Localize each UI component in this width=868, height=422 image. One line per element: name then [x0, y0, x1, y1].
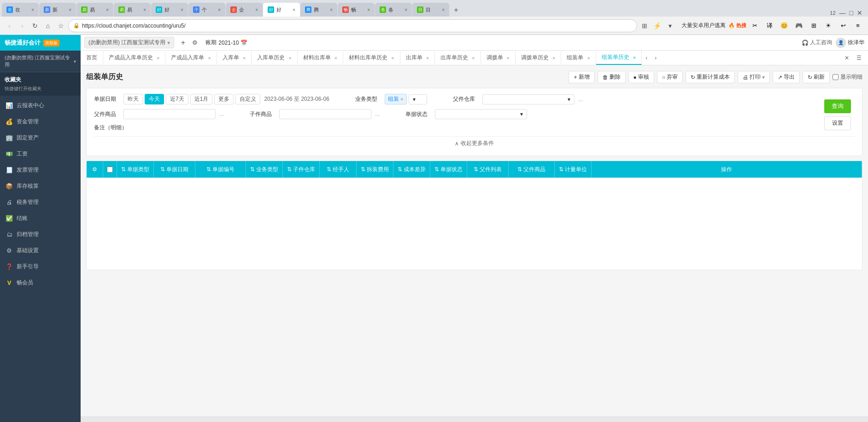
- child-goods-input[interactable]: [279, 109, 371, 119]
- tab-mat-out-close[interactable]: ×: [334, 55, 337, 61]
- abandon-button[interactable]: ○ 弃审: [657, 71, 683, 83]
- th-settings[interactable]: ⚙: [87, 161, 103, 178]
- tab-assemble-close[interactable]: ×: [507, 55, 510, 61]
- tab-assemble[interactable]: 调拨单 ×: [481, 51, 516, 64]
- tab-assemble-history[interactable]: 调拨单历史 ×: [516, 51, 561, 64]
- th-bill-date[interactable]: ⇅ 单据日期: [154, 161, 195, 178]
- date-more[interactable]: 更多: [214, 94, 234, 104]
- hot-search-badge[interactable]: 🔥 热搜: [728, 22, 746, 29]
- tab-close-5[interactable]: ×: [181, 7, 183, 12]
- sidebar-item-finance[interactable]: 💰 资金管理: [0, 114, 81, 130]
- add-button[interactable]: + 新增: [569, 71, 594, 83]
- brightness-tool[interactable]: ☀: [822, 19, 835, 32]
- scissors-tool[interactable]: ✂: [748, 19, 761, 32]
- parent-goods-input[interactable]: [123, 109, 216, 119]
- tab-12[interactable]: 目 目 ×: [412, 3, 449, 17]
- th-handler[interactable]: ⇅ 经手人: [320, 161, 357, 178]
- parent-warehouse-dropdown[interactable]: ▾: [482, 94, 575, 104]
- emoji-tool[interactable]: 😊: [778, 19, 791, 32]
- th-bill-no[interactable]: ⇅ 单据编号: [195, 161, 246, 178]
- sidebar-item-archive[interactable]: 🗂 归档管理: [0, 226, 81, 243]
- th-child-warehouse[interactable]: ⇅ 子件仓库: [283, 161, 320, 178]
- th-biz-type[interactable]: ⇅ 业务类型: [246, 161, 283, 178]
- bookmark-button[interactable]: ☆: [55, 20, 66, 31]
- tab-close-4[interactable]: ×: [143, 7, 146, 12]
- audit-button[interactable]: ● 审核: [628, 71, 654, 83]
- tab-9[interactable]: 腾 腾 ×: [300, 3, 337, 17]
- tab-out-history[interactable]: 出库单历史 ×: [435, 51, 481, 64]
- new-tab-button[interactable]: +: [450, 4, 463, 17]
- tab-out-order-close[interactable]: ×: [426, 55, 429, 61]
- tab-in-order[interactable]: 入库单 ×: [217, 51, 252, 64]
- child-goods-more[interactable]: ...: [375, 111, 380, 117]
- qr-button[interactable]: ⊞: [639, 20, 650, 31]
- parent-goods-more[interactable]: ...: [219, 111, 224, 117]
- add-company-button[interactable]: +: [178, 38, 188, 48]
- tab-in-history[interactable]: 入库单历史 ×: [252, 51, 297, 64]
- settings-toolbar-button[interactable]: ⚙: [190, 38, 200, 48]
- tab-close-11[interactable]: ×: [405, 7, 407, 12]
- dropdown-button[interactable]: ▾: [665, 20, 676, 31]
- th-parent-goods[interactable]: ⇅ 父件商品: [509, 161, 555, 178]
- translate-tool[interactable]: 译: [763, 19, 776, 32]
- tab-more-options[interactable]: ☰: [854, 53, 864, 63]
- tab-close-2[interactable]: ×: [69, 7, 71, 12]
- menu-tool[interactable]: ≡: [851, 19, 864, 32]
- close-window-button[interactable]: ✕: [857, 9, 862, 17]
- sidebar-item-assets[interactable]: 🏢 固定资产: [0, 130, 81, 146]
- collapse-button[interactable]: ∧ 收起更多条件: [94, 136, 855, 150]
- th-parent-list[interactable]: ⇅ 父件列表: [467, 161, 509, 178]
- tab-8[interactable]: 好 好 ×: [263, 3, 300, 17]
- back-button[interactable]: ‹: [4, 20, 15, 31]
- tab-prod-in[interactable]: 产成品入库单 ×: [165, 51, 217, 64]
- tab-kit-close[interactable]: ×: [587, 55, 590, 61]
- lightning-button[interactable]: ⚡: [652, 20, 663, 31]
- print-button[interactable]: 🖨 打印 ▾: [738, 71, 770, 83]
- sidebar-item-settings[interactable]: ⚙ 基础设置: [0, 243, 81, 259]
- game-tool[interactable]: 🎮: [792, 19, 805, 32]
- refresh-nav-button[interactable]: ↻: [29, 20, 41, 31]
- tab-prod-in-history-close[interactable]: ×: [157, 55, 159, 61]
- tab-10[interactable]: 畅 畅 ×: [338, 3, 375, 17]
- maximize-button[interactable]: □: [850, 9, 853, 17]
- sidebar-item-salary[interactable]: 💵 工资: [0, 146, 81, 162]
- tab-in-history-close[interactable]: ×: [288, 55, 291, 61]
- tab-close-10[interactable]: ×: [367, 7, 370, 12]
- tab-mat-out[interactable]: 材料出库单 ×: [298, 51, 343, 64]
- th-cost-diff[interactable]: ⇅ 成本差异: [393, 161, 430, 178]
- tab-close-8[interactable]: ×: [293, 7, 295, 12]
- th-unit[interactable]: ⇅ 计量单位: [555, 161, 592, 178]
- tab-prod-in-close[interactable]: ×: [208, 55, 211, 61]
- period-calendar-icon[interactable]: 📅: [240, 40, 247, 46]
- page-scrollbar[interactable]: [81, 416, 868, 422]
- parent-warehouse-more[interactable]: ...: [578, 96, 583, 103]
- tab-2[interactable]: 新 新 ×: [39, 3, 76, 17]
- export-button[interactable]: ↗ 导出: [773, 71, 800, 83]
- th-disassembly-fee[interactable]: ⇅ 拆装费用: [357, 161, 393, 178]
- company-selector[interactable]: (勿删勿禁用) 江西服宝测试专用 ▾: [84, 37, 174, 48]
- date-yesterday[interactable]: 昨天: [123, 94, 143, 104]
- refresh-button[interactable]: ↻ 刷新: [803, 71, 830, 83]
- tab-kit-history-close[interactable]: ×: [633, 55, 636, 60]
- tab-4[interactable]: 易 易 ×: [114, 3, 151, 17]
- tab-close-1[interactable]: ×: [31, 7, 34, 12]
- date-today[interactable]: 今天: [145, 94, 164, 104]
- tab-mat-out-history[interactable]: 材料出库单历史 ×: [343, 51, 400, 64]
- tab-3[interactable]: 易 易 ×: [76, 3, 113, 17]
- tab-close-6[interactable]: ×: [218, 7, 221, 12]
- select-all-checkbox[interactable]: [107, 167, 113, 173]
- tab-5[interactable]: 好 好 ×: [151, 3, 188, 17]
- sidebar-item-checkout[interactable]: ✅ 结账: [0, 210, 81, 226]
- filter-settings-button[interactable]: 设置: [824, 116, 851, 130]
- sidebar-item-guide[interactable]: ❓ 新手引导: [0, 259, 81, 275]
- sidebar-item-inventory[interactable]: 📦 库存核算: [0, 178, 81, 194]
- date-custom[interactable]: 自定义: [235, 94, 260, 104]
- show-detail-checkbox-area[interactable]: 显示明细: [833, 73, 862, 81]
- tab-close-9[interactable]: ×: [330, 7, 333, 12]
- tab-out-history-close[interactable]: ×: [472, 55, 475, 61]
- sidebar-item-tax[interactable]: 🖨 税务管理: [0, 194, 81, 210]
- query-button[interactable]: 查询: [824, 99, 851, 113]
- tab-6[interactable]: 个 个 ×: [188, 3, 225, 17]
- tab-nav-next[interactable]: ›: [651, 52, 660, 64]
- biz-type-dropdown[interactable]: ▾: [409, 94, 427, 104]
